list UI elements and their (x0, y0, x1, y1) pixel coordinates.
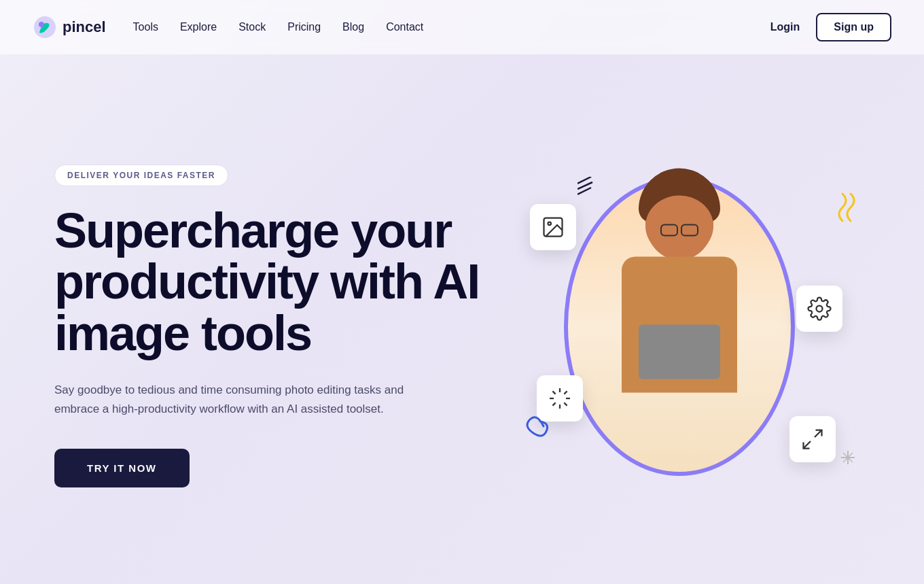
svg-line-10 (552, 391, 555, 394)
floating-card-settings (796, 286, 842, 332)
hero-section: DELIVER YOUR IDEAS FASTER Supercharge yo… (0, 54, 924, 584)
logo[interactable]: pincel (33, 15, 106, 39)
nav-pricing[interactable]: Pricing (287, 21, 321, 33)
nav-tools[interactable]: Tools (133, 21, 158, 33)
hero-tag: DELIVER YOUR IDEAS FASTER (54, 165, 228, 186)
person-laptop (639, 324, 720, 379)
svg-line-11 (564, 402, 567, 405)
nav-explore[interactable]: Explore (180, 21, 217, 33)
floating-card-image (530, 204, 576, 250)
deco-tick-marks (578, 177, 599, 200)
nav-left: pincel Tools Explore Stock Pricing Blog … (33, 15, 423, 39)
nav-contact[interactable]: Contact (386, 21, 423, 33)
svg-line-16 (815, 430, 822, 437)
login-button[interactable]: Login (770, 21, 800, 33)
floating-card-expand (789, 416, 836, 462)
person-head (645, 185, 713, 260)
navbar: pincel Tools Explore Stock Pricing Blog … (0, 0, 924, 54)
svg-point-1 (39, 22, 44, 27)
gear-icon (807, 296, 832, 321)
nav-stock[interactable]: Stock (238, 21, 266, 33)
svg-point-7 (817, 305, 823, 311)
hero-illustration (489, 136, 870, 517)
expand-icon (800, 427, 825, 451)
loader-icon (548, 386, 572, 411)
person-torso (622, 256, 737, 392)
nav-blog[interactable]: Blog (342, 21, 364, 33)
logo-text: pincel (63, 18, 106, 36)
image-icon (541, 215, 565, 239)
hero-content: DELIVER YOUR IDEAS FASTER Supercharge yo… (54, 165, 489, 488)
person-face (645, 195, 713, 256)
svg-line-17 (804, 441, 811, 449)
hero-description: Say goodbye to tedious and time consumin… (54, 381, 408, 419)
svg-line-2 (578, 177, 591, 184)
person-illustration (581, 185, 778, 467)
svg-line-15 (564, 391, 567, 394)
try-it-now-button[interactable]: TRY IT NOW (54, 449, 190, 487)
pincel-logo-icon (33, 15, 57, 39)
signup-button[interactable]: Sign up (816, 13, 891, 41)
nav-links: Tools Explore Stock Pricing Blog Contact (133, 21, 424, 33)
deco-swirl (523, 409, 557, 449)
deco-star (840, 449, 856, 469)
hero-title: Supercharge your productivity with AI im… (54, 205, 489, 360)
nav-right: Login Sign up (770, 13, 891, 41)
deco-yellow-lines (836, 190, 863, 234)
svg-point-6 (548, 222, 552, 225)
svg-line-14 (552, 402, 555, 405)
person-glasses (660, 224, 698, 236)
